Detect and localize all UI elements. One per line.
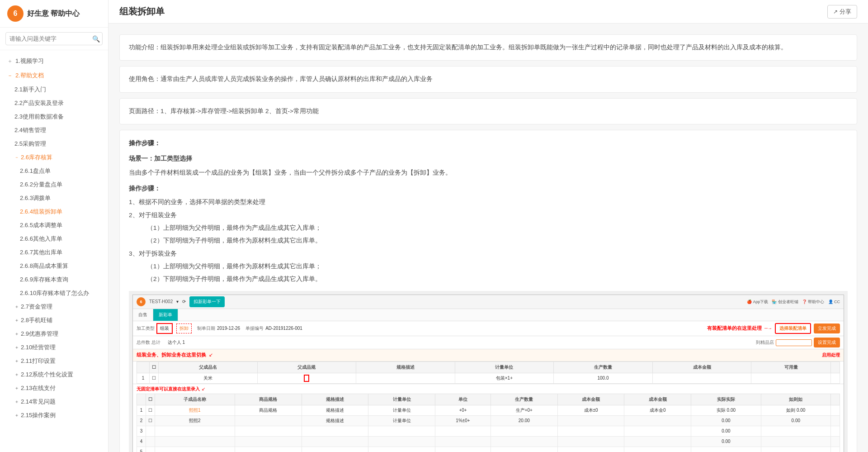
step2: 2、对于组装业务 [129, 210, 848, 221]
cell-qty: 100.0 [554, 373, 653, 384]
erp-annotation2-bar: 组装业务、拆卸业务在这里切换 ↙ 启用处理 [133, 349, 844, 362]
erp-dropdown-icon[interactable]: ▾ [176, 298, 179, 306]
annotation2-text: 组装业务、拆卸业务在这里切换 [137, 351, 206, 360]
table-row: 4 0.00 [137, 437, 840, 447]
sidebar-item-docs[interactable]: － 2.帮助文档 [0, 68, 108, 83]
scene1-title: 场景一：加工类型选择 [129, 153, 848, 164]
parent-table-body: 1 ☐ 关米 包装×1+ 100.0 [137, 373, 840, 384]
sidebar-item-2.2[interactable]: 2.2产品安装及登录 [0, 96, 108, 110]
sidebar-item-2.3[interactable]: 2.3使用前数据准备 [0, 110, 108, 124]
erp-upper-table: ☐ 父成品名 父成品规 规格描述 计量单位 生产数量 成本金额 可用量 [133, 362, 844, 384]
sidebar-item-2.4[interactable]: 2.4销售管理 [0, 124, 108, 137]
spec-value [304, 375, 309, 382]
plus-icon-2.12: ＋ [14, 371, 19, 378]
parent-table-head: ☐ 父成品名 父成品规 规格描述 计量单位 生产数量 成本金额 可用量 [137, 362, 840, 373]
plus-icon-2.11: ＋ [14, 358, 19, 364]
search-input[interactable] [5, 32, 103, 45]
sidebar-item-2.6.6[interactable]: 2.6.6其他入库单 [0, 232, 108, 246]
erp-no-label: 单据编号 [245, 324, 264, 333]
sub-col-unit2: 单位 [435, 394, 491, 405]
topbar: 组装拆卸单 ↗ 分享 [108, 0, 868, 24]
erp-app-id: TEST-H002 [149, 298, 173, 306]
erp-new-btn[interactable]: 拟新彩单一下 [189, 296, 225, 307]
sidebar-item-2.14[interactable]: ＋ 2.14常见问题 [0, 395, 108, 409]
sidebar-item-2.6.2[interactable]: 2.6.2分量盘点单 [0, 178, 108, 191]
erp-type-field: 加工类型 组装 拆卸 [137, 323, 192, 334]
arrow-icon1: ─→ [764, 324, 772, 333]
erp-warehouse-input[interactable] [776, 339, 812, 346]
sidebar-item-2.6.4[interactable]: 2.6.4组装拆卸单 [0, 205, 108, 219]
annotation3-area: 启用处理 [822, 351, 840, 360]
erp-tab-new[interactable]: 新彩单 [153, 309, 178, 321]
sidebar-item-2.8[interactable]: ＋ 2.8手机旺铺 [0, 314, 108, 327]
cell-checkbox[interactable]: ☐ [150, 373, 159, 384]
erp-no-value: AD-20191226-001 [265, 324, 302, 333]
step2-sub1: （1）上部明细为父件明细，最终作为产成品生成其它入库单； [147, 223, 848, 233]
erp-confirm-btn[interactable]: 立发完成 [814, 324, 840, 333]
table-row: 1 ☐ 熙熙1 商品规格 规格描述 计量单位 +0+ 生产+0+ 成本±0 [137, 405, 840, 416]
sidebar-header: 6 好生意 帮助中心 [0, 0, 108, 28]
erp-lower-table: ☐ 子成品名称 商品规格 规格描述 计量单位 单位 生产数量 成本金额 成本金额 [133, 394, 844, 452]
cell-name: 关米 [159, 373, 258, 384]
erp-user: 👤 CC [828, 298, 840, 305]
erp-date-label: 制单日期 [197, 324, 215, 333]
sub-col-unit1: 计量单位 [368, 394, 435, 405]
intro-text: 功能介绍：组装拆卸单用来处理企业组装或拆卸等加工业务，支持有固定装配清单的产品加… [129, 42, 848, 53]
child-table: ☐ 子成品名称 商品规格 规格描述 计量单位 单位 生产数量 成本金额 成本金额 [137, 394, 840, 452]
sidebar-item-video[interactable]: ＋ 1.视频学习 [0, 54, 108, 68]
parent-table-header-row: ☐ 父成品名 父成品规 规格描述 计量单位 生产数量 成本金额 可用量 [137, 362, 840, 373]
cell-no: 1 [137, 373, 150, 384]
erp-warehouse-area: 到精品店 设置完成 [756, 338, 840, 347]
sidebar-item-2.6.10[interactable]: 2.6.10库存账本错了怎么办 [0, 286, 108, 300]
sidebar-item-2.6.5[interactable]: 2.6.5成本调整单 [0, 219, 108, 232]
plus-icon-2.7: ＋ [14, 304, 19, 310]
child-table-header-row: ☐ 子成品名称 商品规格 规格描述 计量单位 单位 生产数量 成本金额 成本金额 [137, 394, 840, 405]
sidebar-item-2.6[interactable]: － 2.6库存核算 [0, 151, 108, 164]
sidebar-item-2.1[interactable]: 2.1新手入门 [0, 83, 108, 96]
search-box[interactable]: 🔍 [0, 28, 108, 50]
col-avail: 可用量 [751, 362, 831, 373]
sidebar-item-2.6.1[interactable]: 2.6.1盘点单 [0, 164, 108, 178]
erp-tab-self[interactable]: 自售 [133, 309, 153, 321]
sidebar-item-2.6.9[interactable]: 2.6.9库存账本查询 [0, 273, 108, 286]
user-role-card: 使用角色：通常由生产人员或库管人员完成拆装业务的操作，库管人员确认原材料的出库和… [119, 66, 857, 92]
erp-window: 6 TEST-H002 ▾ ⟳ 拟新彩单一下 🍎 App下载 🏪 创业者旺铺 ❓… [132, 295, 844, 452]
erp-total-value: 达个人 1 [168, 338, 185, 347]
sidebar-item-2.6.3[interactable]: 2.6.3调拨单 [0, 191, 108, 205]
annotation1-text: 有装配清单的在这里处理 [707, 324, 762, 333]
erp-date-value: 2019-12-26 [217, 324, 240, 333]
col-checkbox: ☐ [150, 362, 159, 373]
sidebar-item-2.5[interactable]: 2.5采购管理 [0, 137, 108, 151]
sidebar-item-2.12[interactable]: ＋ 2.12系统个性化设置 [0, 368, 108, 381]
step1: 1、根据不同的业务，选择不同单据的类型来处理 [129, 197, 848, 208]
sub-col-act: 实际实际 [691, 394, 761, 405]
content-area: 功能介绍：组装拆卸单用来处理企业组装或拆卸等加工业务，支持有固定装配清单的产品加… [108, 24, 868, 452]
erp-refresh-icon[interactable]: ⟳ [182, 298, 186, 306]
sidebar: 6 好生意 帮助中心 🔍 ＋ 1.视频学习 － 2.帮助文档 2.1新手入门 2… [0, 0, 108, 452]
intro-card: 功能介绍：组装拆卸单用来处理企业组装或拆卸等加工业务，支持有固定装配清单的产品加… [119, 34, 857, 61]
sidebar-item-2.15[interactable]: ＋ 2.15操作案例 [0, 409, 108, 422]
table-row: 2 ☐ 熙熙2 规格描述 计量单位 1%±0+ 20.00 [137, 416, 840, 426]
erp-set-btn[interactable]: 设置完成 [814, 338, 840, 347]
app-name: 好生意 帮助中心 [27, 9, 80, 19]
sidebar-item-2.6.7[interactable]: 2.6.7其他出库单 [0, 246, 108, 259]
user-role-text: 使用角色：通常由生产人员或库管人员完成拆装业务的操作，库管人员确认原材料的出库和… [129, 74, 848, 85]
share-button[interactable]: ↗ 分享 [827, 5, 857, 19]
sidebar-item-2.10[interactable]: ＋ 2.10经营管理 [0, 341, 108, 354]
sidebar-item-2.13[interactable]: ＋ 2.13在线支付 [0, 381, 108, 395]
scene1-desc: 当由多个子件材料组装成一个成品的业务为【组装】业务，当由一个父件拆分成多个子产品… [129, 167, 848, 179]
erp-disassemble-label: 拆卸 [176, 324, 192, 333]
erp-warehouse-label: 到精品店 [756, 338, 774, 347]
screenshot-container: 6 TEST-H002 ▾ ⟳ 拟新彩单一下 🍎 App下载 🏪 创业者旺铺 ❓… [129, 291, 848, 452]
erp-total-label: 总件数 总计 [137, 338, 160, 347]
erp-select-btn[interactable]: 选择装配清单 [775, 323, 811, 334]
ops-card: 操作步骤： 场景一：加工类型选择 当由多个子件材料组装成一个成品的业务为【组装】… [119, 130, 857, 452]
sidebar-item-2.7[interactable]: ＋ 2.7资金管理 [0, 300, 108, 314]
search-icon[interactable]: 🔍 [92, 35, 100, 43]
sidebar-item-2.6.8[interactable]: 2.6.8商品成本重算 [0, 259, 108, 273]
annotation4-bar: 无固定清单可以直接在这里录入 ↙ [133, 384, 844, 394]
sidebar-item-2.9[interactable]: ＋ 2.9优惠券管理 [0, 327, 108, 341]
page-title: 组装拆卸单 [119, 5, 165, 18]
sidebar-item-2.11[interactable]: ＋ 2.11打印设置 [0, 354, 108, 368]
erp-no-field: 单据编号 AD-20191226-001 [245, 324, 302, 333]
